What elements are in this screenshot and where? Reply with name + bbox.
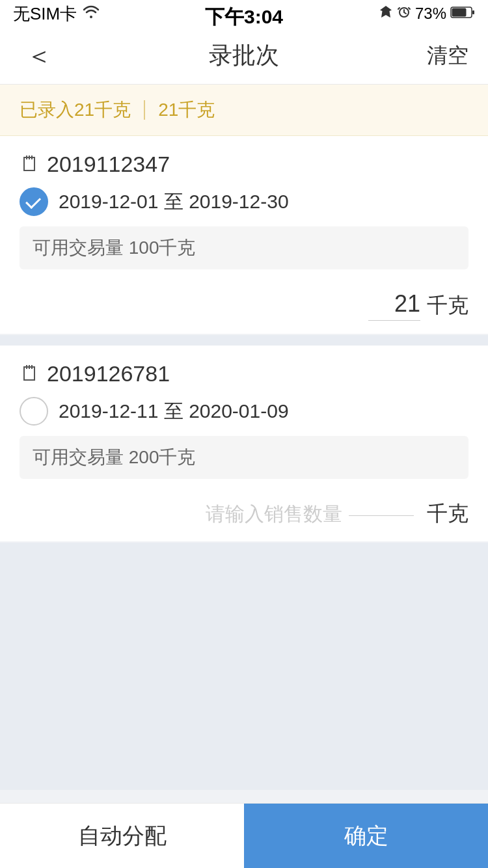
info-value: 21千克 (158, 98, 215, 122)
radio-btn-1[interactable] (20, 187, 48, 216)
batch-icon-2: 🗒 (20, 362, 40, 386)
status-bar: 无SIM卡 下午3:04 73% (0, 0, 488, 27)
info-divider (144, 100, 145, 120)
empty-area (0, 543, 488, 790)
location-icon (379, 5, 393, 23)
clear-button[interactable]: 清空 (427, 42, 468, 70)
avail-qty-text-2: 可用交易量 200千克 (33, 447, 196, 467)
info-banner: 已录入21千克 21千克 (0, 85, 488, 136)
qty-placeholder-2: 请输入销售数量 (20, 501, 342, 528)
recorded-label: 已录入21千克 (20, 98, 131, 122)
batch-date-row-1[interactable]: 2019-12-01 至 2019-12-30 (0, 182, 488, 224)
avail-qty-row-1: 可用交易量 100千克 (20, 226, 468, 269)
back-button[interactable]: ＜ (20, 31, 59, 80)
section-divider (0, 335, 488, 346)
batch-card-2: 🗒 2019126781 2019-12-11 至 2020-01-09 可用交… (0, 346, 488, 541)
time-display: 下午3:04 (205, 4, 283, 31)
battery-text: 73% (415, 5, 446, 23)
status-right: 73% (379, 5, 475, 23)
status-left: 无SIM卡 (13, 3, 100, 25)
confirm-button[interactable]: 确定 (244, 804, 488, 868)
bottom-bar: 自动分配 确定 (0, 803, 488, 868)
qty-input-row-2[interactable]: 请输入销售数量 千克 (0, 489, 488, 541)
avail-qty-row-2: 可用交易量 200千克 (20, 436, 468, 479)
batch-date-2: 2019-12-11 至 2020-01-09 (59, 398, 289, 425)
wifi-icon (82, 3, 100, 25)
batch-date-1: 2019-12-01 至 2019-12-30 (59, 189, 289, 215)
batch-header-1: 🗒 2019112347 (0, 136, 488, 182)
batch-card-1: 🗒 2019112347 2019-12-01 至 2019-12-30 可用交… (0, 136, 488, 334)
battery-icon (450, 5, 475, 23)
carrier-text: 无SIM卡 (13, 3, 77, 25)
qty-input-row-1: 21 千克 (0, 280, 488, 334)
auto-distribute-button[interactable]: 自动分配 (0, 804, 244, 868)
batch-id-2: 2019126781 (47, 361, 170, 387)
qty-value-1[interactable]: 21 (368, 290, 420, 321)
svg-rect-2 (472, 10, 474, 14)
qty-unit-1: 千克 (427, 292, 468, 320)
qty-unit-2: 千克 (427, 500, 468, 528)
batch-header-2: 🗒 2019126781 (0, 346, 488, 392)
batch-date-row-2[interactable]: 2019-12-11 至 2020-01-09 (0, 392, 488, 433)
batch-id-1: 2019112347 (47, 152, 170, 177)
alarm-icon (397, 5, 411, 23)
avail-qty-text-1: 可用交易量 100千克 (33, 237, 196, 258)
page-title: 录批次 (209, 40, 279, 72)
batch-icon-1: 🗒 (20, 152, 40, 176)
svg-rect-3 (452, 8, 467, 17)
nav-bar: ＜ 录批次 清空 (0, 27, 488, 85)
radio-btn-2[interactable] (20, 397, 48, 426)
